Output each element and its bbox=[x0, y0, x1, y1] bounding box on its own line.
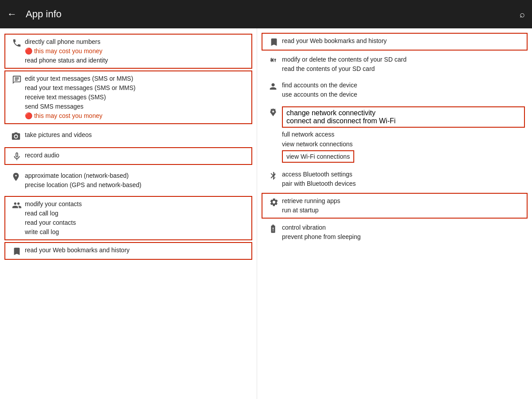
perm-line: view Wi-Fi connections bbox=[286, 153, 350, 160]
content-area: directly call phone numbers 🔴 this may c… bbox=[0, 28, 532, 399]
app-bar: ← App info ⌕ bbox=[0, 0, 532, 28]
perm-line: prevent phone from sleeping bbox=[282, 232, 525, 242]
perm-line: read your text messages (SMS or MMS) bbox=[25, 83, 248, 93]
perm-line: use accounts on the device bbox=[282, 90, 525, 99]
perm-contacts: modify your contacts read call log read … bbox=[4, 196, 252, 240]
sms-icon bbox=[9, 74, 25, 85]
perm-bookmarks-left-text: read your Web bookmarks and history bbox=[25, 246, 248, 255]
perm-line: retrieve running apps bbox=[282, 196, 523, 206]
perm-line: write call log bbox=[25, 227, 248, 237]
perm-storage-text: modify or delete the contents of your SD… bbox=[282, 55, 525, 74]
network-icon: ↕ bbox=[264, 106, 282, 117]
perm-line: view network connections bbox=[282, 139, 525, 149]
perm-line: full network access bbox=[282, 129, 525, 139]
perm-line: connect and disconnect from Wi-Fi bbox=[286, 117, 520, 125]
perm-line: run at startup bbox=[282, 206, 523, 215]
perm-phone-calls: directly call phone numbers 🔴 this may c… bbox=[4, 34, 252, 69]
perm-line: access Bluetooth settings bbox=[282, 170, 525, 179]
perm-bluetooth: access Bluetooth settings pair with Blue… bbox=[257, 166, 532, 192]
perm-bookmarks-right: read your Web bookmarks and history bbox=[262, 33, 528, 51]
bookmark-icon-right bbox=[266, 36, 282, 47]
perm-sms: edit your text messages (SMS or MMS) rea… bbox=[4, 70, 252, 124]
location-icon bbox=[7, 171, 25, 182]
perm-line: control vibration bbox=[282, 223, 525, 232]
perm-bluetooth-text: access Bluetooth settings pair with Blue… bbox=[282, 170, 525, 188]
perm-location: approximate location (network-based) pre… bbox=[0, 167, 257, 194]
svg-point-0 bbox=[15, 175, 17, 177]
perm-bookmarks-right-text: read your Web bookmarks and history bbox=[282, 36, 523, 46]
perm-running-apps-text: retrieve running apps run at startup bbox=[282, 196, 523, 215]
perm-line: precise location (GPS and network-based) bbox=[25, 180, 250, 190]
cost-warning: 🔴 this may cost you money bbox=[25, 47, 248, 56]
perm-network-text: change network connectivity connect and … bbox=[282, 106, 525, 163]
contacts-icon bbox=[9, 200, 25, 210]
perm-phone-calls-text: directly call phone numbers 🔴 this may c… bbox=[25, 37, 248, 65]
perm-vibration: control vibration prevent phone from sle… bbox=[257, 219, 532, 245]
right-column: read your Web bookmarks and history modi… bbox=[257, 28, 532, 399]
phone-icon bbox=[9, 37, 25, 48]
perm-accounts-text: find accounts on the device use accounts… bbox=[282, 81, 525, 99]
perm-line: read your Web bookmarks and history bbox=[25, 246, 248, 255]
perm-camera: take pictures and videos bbox=[0, 126, 257, 145]
perm-accounts: find accounts on the device use accounts… bbox=[257, 77, 532, 103]
perm-bookmarks-left: read your Web bookmarks and history bbox=[4, 242, 252, 260]
perm-audio-text: record audio bbox=[25, 151, 248, 160]
perm-line: record audio bbox=[25, 151, 248, 160]
perm-network-container: ↕ change network connectivity connect an… bbox=[257, 103, 532, 166]
perm-location-text: approximate location (network-based) pre… bbox=[25, 171, 250, 190]
back-button[interactable]: ← bbox=[7, 8, 17, 20]
perm-camera-text: take pictures and videos bbox=[25, 130, 250, 140]
settings-icon bbox=[266, 196, 282, 207]
perm-sms-text: edit your text messages (SMS or MMS) rea… bbox=[25, 74, 248, 121]
perm-line: read the contents of your SD card bbox=[282, 64, 525, 74]
left-column: directly call phone numbers 🔴 this may c… bbox=[0, 28, 257, 399]
cost-warning-sms: 🔴 this may cost you money bbox=[25, 111, 248, 121]
camera-icon bbox=[7, 130, 25, 141]
perm-line: change network connectivity bbox=[286, 109, 520, 117]
perm-contacts-text: modify your contacts read call log read … bbox=[25, 200, 248, 237]
bluetooth-icon bbox=[264, 170, 282, 180]
page-title: App info bbox=[26, 8, 520, 20]
perm-line: read phone status and identity bbox=[25, 56, 248, 65]
search-button[interactable]: ⌕ bbox=[520, 9, 525, 20]
account-icon bbox=[264, 81, 282, 91]
mic-icon bbox=[9, 151, 25, 161]
battery-icon bbox=[264, 223, 282, 234]
perm-line: send SMS messages bbox=[25, 102, 248, 111]
usb-icon bbox=[264, 55, 282, 66]
network-boxed-items: change network connectivity connect and … bbox=[282, 106, 525, 128]
perm-line: read call log bbox=[25, 209, 248, 218]
perm-line: receive text messages (SMS) bbox=[25, 93, 248, 102]
svg-text:↕: ↕ bbox=[271, 110, 273, 114]
perm-line: edit your text messages (SMS or MMS) bbox=[25, 74, 248, 83]
perm-line: find accounts on the device bbox=[282, 81, 525, 90]
perm-line: read your Web bookmarks and history bbox=[282, 36, 523, 46]
wifi-boxed: view Wi-Fi connections bbox=[282, 150, 354, 163]
perm-line: read your contacts bbox=[25, 218, 248, 227]
perm-audio: record audio bbox=[4, 147, 252, 165]
perm-line: directly call phone numbers bbox=[25, 37, 248, 47]
perm-line: pair with Bluetooth devices bbox=[282, 179, 525, 188]
perm-line: modify or delete the contents of your SD… bbox=[282, 55, 525, 64]
perm-line: approximate location (network-based) bbox=[25, 171, 250, 180]
perm-storage: modify or delete the contents of your SD… bbox=[257, 51, 532, 77]
perm-line: modify your contacts bbox=[25, 200, 248, 209]
perm-vibration-text: control vibration prevent phone from sle… bbox=[282, 223, 525, 242]
perm-line: take pictures and videos bbox=[25, 130, 250, 140]
perm-running-apps: retrieve running apps run at startup bbox=[262, 193, 528, 219]
bookmark-icon bbox=[9, 246, 25, 256]
